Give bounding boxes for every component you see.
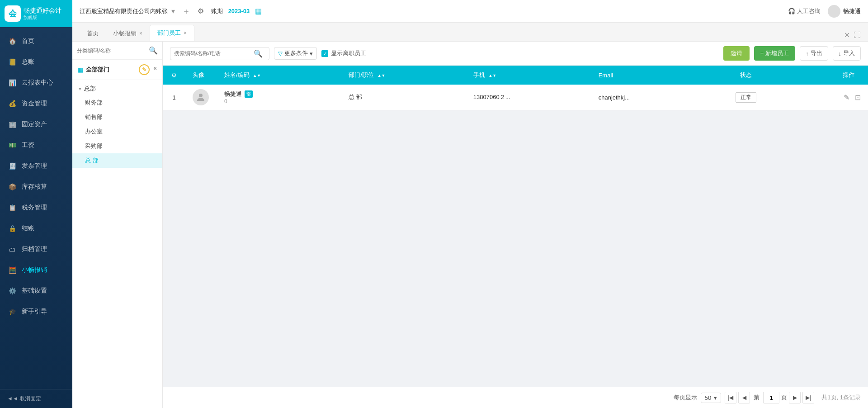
sidebar-item-payroll[interactable]: 💵 工资 — [0, 135, 72, 156]
tab-expense-close-icon[interactable]: × — [139, 30, 142, 37]
export-icon: ↑ — [806, 50, 809, 57]
sidebar-item-funds[interactable]: 💰 资金管理 — [0, 93, 72, 114]
edit-icon[interactable]: ✎ — [844, 93, 849, 102]
dept-search-box[interactable]: 🔍 — [72, 42, 162, 60]
dept-item-office[interactable]: 办公室 — [72, 124, 162, 139]
dept-item-purchase[interactable]: 采购部 — [72, 139, 162, 153]
sidebar-item-label: 固定资产 — [22, 120, 47, 128]
tax-icon: 📋 — [7, 203, 17, 213]
dept-search-icon[interactable]: 🔍 — [149, 46, 158, 55]
svg-point-0 — [199, 94, 203, 97]
dept-edit-button[interactable]: ✎ — [139, 64, 150, 75]
sidebar-item-label: 工资 — [22, 141, 34, 149]
dept-tree: ▼ 总部 财务部 销售部 办公室 采购部 总 部 — [72, 80, 162, 408]
home-icon: 🏠 — [7, 36, 17, 46]
dept-item-sales[interactable]: 销售部 — [72, 110, 162, 124]
col-action: 操作 — [789, 66, 868, 85]
import-label: 导入 — [843, 49, 855, 57]
sidebar-item-tax[interactable]: 📋 税务管理 — [0, 197, 72, 218]
period-label: 账期 2023-03 — [211, 7, 250, 15]
user-menu[interactable]: 畅捷通 — [828, 5, 861, 18]
page-first-button[interactable]: |◀ — [725, 392, 736, 403]
sort-name-icon[interactable]: ▲▼ — [253, 74, 261, 78]
calendar-icon[interactable]: ▦ — [255, 7, 262, 15]
col-settings[interactable]: ⚙ — [163, 66, 185, 85]
inventory-icon: 📦 — [7, 182, 17, 192]
reports-icon: 📊 — [7, 78, 17, 88]
filter-button[interactable]: ▽ 更多条件 ▾ — [274, 47, 317, 60]
tab-dept-employee[interactable]: 部门员工 × — [150, 25, 194, 41]
add-tab-button[interactable]: ＋ — [182, 6, 190, 17]
page-total: 共1页, 1条记录 — [821, 394, 861, 402]
sidebar-pin-toggle[interactable]: ◄◄ 取消固定 — [0, 389, 72, 408]
sidebar-item-inventory[interactable]: 📦 库存核算 — [0, 176, 72, 197]
emp-email: chanjethkj... — [599, 94, 630, 101]
add-employee-button[interactable]: + 新增员工 — [754, 46, 795, 61]
dept-collapse-icon[interactable]: « — [153, 64, 157, 75]
sidebar-item-ledger[interactable]: 📒 总账 — [0, 52, 72, 72]
tab-expand-icon[interactable]: ⛶ — [854, 31, 861, 39]
page-size-select[interactable]: 50 ▾ — [701, 393, 721, 403]
filter-arrow-icon: ▾ — [310, 50, 313, 57]
service-button[interactable]: 🎧 人工咨询 — [788, 7, 821, 15]
tab-expense[interactable]: 小畅报销 × — [106, 26, 150, 41]
assets-icon: 🏢 — [7, 119, 17, 129]
dept-item-finance[interactable]: 财务部 — [72, 95, 162, 110]
page-last-button[interactable]: ▶| — [802, 392, 814, 403]
topbar-right: 🎧 人工咨询 畅捷通 — [788, 5, 861, 18]
invite-button[interactable]: 邀请 — [723, 46, 750, 61]
dept-search-input[interactable] — [77, 47, 146, 54]
page-nav: |◀ ◀ 第 页 ▶ ▶| — [725, 392, 814, 403]
settings-gear-icon[interactable]: ⚙ — [198, 7, 204, 15]
sidebar-item-guide[interactable]: 🎓 新手引导 — [0, 301, 72, 322]
row-no: 1 — [163, 85, 185, 110]
employee-table-wrapper: ⚙ 头像 姓名/编码 ▲▼ 部门/职位 ▲▼ 手机 — [163, 66, 868, 387]
page-prev-button[interactable]: ◀ — [738, 392, 750, 403]
sidebar-item-archive[interactable]: 🗃 归档管理 — [0, 239, 72, 260]
col-phone[interactable]: 手机 ▲▼ — [466, 66, 591, 85]
dept-item-general[interactable]: 总 部 — [72, 153, 162, 168]
sidebar-item-assets[interactable]: 🏢 固定资产 — [0, 114, 72, 135]
dept-panel: 🔍 ▦ 全部部门 ✎ « ▼ 总部 财务部 销售部 办公室 采购部 总 部 — [72, 42, 163, 408]
sidebar-item-invoice[interactable]: 🧾 发票管理 — [0, 156, 72, 176]
dropdown-arrow-icon[interactable]: ▾ — [171, 7, 175, 15]
dept-arrow-icon: ▼ — [78, 86, 82, 91]
search-icon[interactable]: 🔍 — [254, 49, 263, 58]
col-name[interactable]: 姓名/编码 ▲▼ — [217, 66, 341, 85]
sidebar-item-label: 基础设置 — [22, 287, 47, 295]
col-dept[interactable]: 部门/职位 ▲▼ — [341, 66, 466, 85]
main-area: 🔍 ▦ 全部部门 ✎ « ▼ 总部 财务部 销售部 办公室 采购部 总 部 — [72, 42, 868, 408]
sort-dept-icon[interactable]: ▲▼ — [377, 74, 386, 78]
row-action-cell: ✎ ⊡ — [789, 85, 868, 110]
tab-close-all-icon[interactable]: ✕ — [844, 31, 850, 39]
avatar — [828, 5, 840, 18]
sidebar-item-home[interactable]: 🏠 首页 — [0, 31, 72, 52]
show-resigned-checkbox[interactable]: ✓ — [321, 50, 328, 57]
sidebar-item-close[interactable]: 🔒 结账 — [0, 218, 72, 239]
export-button[interactable]: ↑ 导出 — [800, 46, 828, 61]
leave-icon[interactable]: ⊡ — [855, 93, 861, 102]
emp-dept: 总 部 — [349, 94, 362, 100]
expense-icon: 🧮 — [7, 265, 17, 275]
tab-home[interactable]: 首页 — [80, 26, 106, 41]
dept-group-label: 总部 — [84, 85, 96, 93]
sidebar-item-settings[interactable]: ⚙️ 基础设置 — [0, 280, 72, 301]
sidebar-logo: 会 畅捷通好会计 旗舰版 — [0, 0, 72, 27]
employee-search-input[interactable] — [174, 50, 251, 57]
sort-phone-icon[interactable]: ▲▼ — [488, 74, 496, 78]
row-dept-cell: 总 部 — [341, 85, 466, 110]
employee-search-box[interactable]: 🔍 — [170, 47, 269, 60]
page-input[interactable] — [763, 392, 779, 403]
show-resigned-label: 显示离职员工 — [331, 49, 366, 57]
col-avatar-label: 头像 — [193, 71, 204, 78]
user-name: 畅捷通 — [843, 7, 861, 15]
tab-dept-close-icon[interactable]: × — [184, 30, 187, 36]
show-resigned-toggle[interactable]: ✓ 显示离职员工 — [321, 49, 366, 57]
logo-text-block: 畅捷通好会计 旗舰版 — [24, 6, 61, 21]
page-next-button[interactable]: ▶ — [789, 392, 801, 403]
topbar: 江西服宝精品有限责任公司内账张 ▾ ＋ ⚙ 账期 2023-03 ▦ 🎧 人工咨… — [72, 0, 868, 23]
import-button[interactable]: ↓ 导入 — [833, 46, 861, 61]
sidebar-item-expense[interactable]: 🧮 小畅报销 — [0, 260, 72, 280]
sidebar-item-reports[interactable]: 📊 云报表中心 — [0, 72, 72, 93]
ledger-icon: 📒 — [7, 57, 17, 67]
